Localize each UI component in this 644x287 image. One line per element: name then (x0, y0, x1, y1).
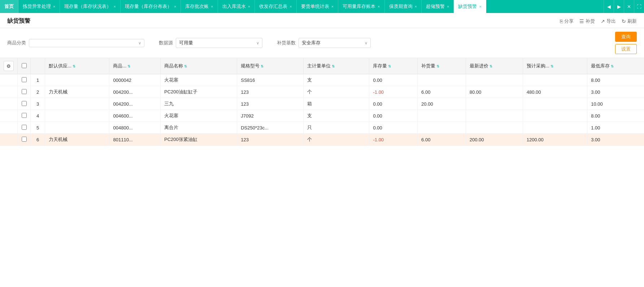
base-arrow: ∨ (365, 41, 367, 45)
th-name[interactable]: 商品名称 ⇅ (161, 58, 237, 74)
row-stock: 0.00 (369, 110, 418, 122)
select-all-checkbox[interactable] (22, 63, 27, 68)
base-select[interactable]: 安全库存 ∨ (299, 38, 371, 48)
row-code: 0000042 (109, 74, 161, 86)
row-stock: 0.00 (369, 122, 418, 134)
tab-pick-label: 拣货异常处理 (23, 3, 51, 10)
row-latest-price: 200.00 (466, 134, 523, 146)
th-estimated[interactable]: 预计采购... ⇅ (523, 58, 587, 74)
th-supplier[interactable]: 默认供应... ⇅ (45, 58, 109, 74)
refresh-label: 刷新 (627, 18, 637, 25)
row-checkbox[interactable] (22, 137, 27, 142)
row-min-stock: 10.00 (587, 98, 644, 110)
tab-short[interactable]: 缺货预警 × (454, 0, 486, 13)
table-row: 3 004200... 三九 123 箱 0.00 20.00 10.00 (0, 98, 644, 110)
th-estimated-label: 预计采购... (527, 63, 549, 69)
tab-summary[interactable]: 收发存汇总表 × (255, 0, 296, 13)
row-name: 三九 (161, 98, 237, 110)
tab-home-label: 首页 (4, 3, 14, 10)
row-replenish (418, 122, 466, 134)
query-button[interactable]: 查询 (615, 32, 637, 42)
row-spec: 123 (237, 134, 304, 146)
next-tab-button[interactable]: ▶ (614, 0, 624, 13)
tab-flow-label: 出入库流水 (222, 3, 246, 10)
export-button[interactable]: ↗ 导出 (601, 18, 616, 25)
tab-inv2[interactable]: 现存量（库存分布表） × (121, 0, 181, 13)
tab-home[interactable]: 首页 (0, 0, 18, 13)
row-latest-price: 80.00 (466, 86, 523, 98)
row-replenish: 6.00 (418, 86, 466, 98)
tab-pick-close[interactable]: × (53, 4, 55, 9)
prev-tab-button[interactable]: ◀ (604, 0, 614, 13)
tab-expire-close[interactable]: × (415, 4, 417, 9)
tab-batch-label: 库存批次账 (185, 3, 209, 10)
row-checkbox-cell (18, 110, 31, 122)
tab-batch[interactable]: 库存批次账 × (181, 0, 218, 13)
row-checkbox-cell (18, 134, 31, 146)
row-estimated (523, 74, 587, 86)
main-content: 缺货预警 ⎘ 分享 ☰ 补货 ↗ 导出 ↻ 刷新 商品分类 (0, 13, 644, 287)
th-supplier-label: 默认供应... (49, 63, 71, 69)
tab-expire[interactable]: 保质期查询 × (385, 0, 422, 13)
row-gear (0, 86, 18, 98)
row-supplier (45, 122, 109, 134)
th-stock[interactable]: 库存量 ⇅ (369, 58, 418, 74)
tab-over-label: 超储预警 (426, 3, 445, 10)
tab-order[interactable]: 要货单统计表 × (297, 0, 338, 13)
table-row: 6 力天机械 801110... PC200张紧油缸 123 个 -1.00 6… (0, 134, 644, 146)
row-gear (0, 122, 18, 134)
th-replenish[interactable]: 补货量 ⇅ (418, 58, 466, 74)
row-name: PC200油缸缸子 (161, 86, 237, 98)
row-replenish (418, 74, 466, 86)
tab-avail[interactable]: 可用量库存账本 × (338, 0, 384, 13)
close-tab-button[interactable]: ✕ (624, 0, 634, 13)
th-name-label: 商品名称 (164, 63, 183, 69)
expand-button[interactable]: ⛶ (634, 0, 644, 13)
tab-flow-close[interactable]: × (248, 4, 250, 9)
tab-order-close[interactable]: × (331, 4, 334, 9)
tab-summary-close[interactable]: × (290, 4, 292, 9)
row-checkbox[interactable] (22, 101, 27, 106)
tab-inv2-close[interactable]: × (174, 4, 176, 9)
tab-over-close[interactable]: × (447, 4, 449, 9)
share-button[interactable]: ⎘ 分享 (560, 18, 574, 25)
row-checkbox[interactable] (22, 89, 27, 94)
row-unit: 个 (303, 86, 369, 98)
tab-batch-close[interactable]: × (211, 4, 213, 9)
row-checkbox[interactable] (22, 77, 27, 82)
setting-button[interactable]: 设置 (615, 44, 637, 54)
category-select[interactable]: ∨ (29, 39, 144, 47)
datasource-select[interactable]: 可用量 ∨ (176, 38, 262, 48)
page-title: 缺货预警 (7, 17, 30, 25)
base-filter: 补货基数 安全库存 ∨ (277, 38, 371, 48)
th-checkbox (18, 58, 31, 74)
tab-over[interactable]: 超储预警 × (422, 0, 454, 13)
tab-inv1[interactable]: 现存量（库存状况表） × (60, 0, 120, 13)
row-name: 火花塞 (161, 110, 237, 122)
row-unit: 个 (303, 134, 369, 146)
page-actions: ⎘ 分享 ☰ 补货 ↗ 导出 ↻ 刷新 (560, 18, 637, 25)
th-latest-price[interactable]: 最新进价 ⇅ (466, 58, 523, 74)
tab-inv1-close[interactable]: × (113, 4, 116, 9)
row-checkbox[interactable] (22, 125, 27, 130)
row-checkbox[interactable] (22, 113, 27, 118)
th-unit[interactable]: 主计量单位 ⇅ (303, 58, 369, 74)
row-min-stock: 3.00 (587, 134, 644, 146)
th-spec[interactable]: 规格型号 ⇅ (237, 58, 304, 74)
replenish-button[interactable]: ☰ 补货 (579, 18, 595, 25)
min-stock-sort-icon: ⇅ (611, 64, 614, 68)
base-value: 安全库存 (302, 40, 321, 46)
th-min-stock[interactable]: 最低库存 ⇅ (587, 58, 644, 74)
tab-avail-close[interactable]: × (378, 4, 380, 9)
row-unit: 箱 (303, 98, 369, 110)
category-arrow: ∨ (138, 41, 141, 45)
row-code: 801110... (109, 134, 161, 146)
tab-flow[interactable]: 出入库流水 × (218, 0, 255, 13)
tab-pick[interactable]: 拣货异常处理 × (18, 0, 60, 13)
column-settings-button[interactable]: ⚙ (4, 61, 14, 71)
tab-short-close[interactable]: × (479, 4, 481, 9)
th-code[interactable]: 商品... ⇅ (109, 58, 161, 74)
row-stock: 0.00 (369, 74, 418, 86)
refresh-button[interactable]: ↻ 刷新 (622, 18, 637, 25)
row-spec: 123 (237, 98, 304, 110)
